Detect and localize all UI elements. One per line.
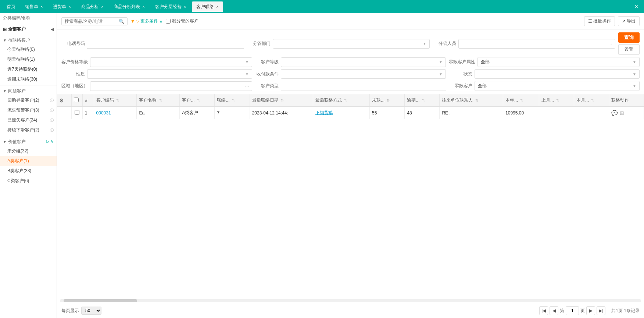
- col-not-contact[interactable]: 未联... ⇅: [370, 94, 405, 107]
- phone-input[interactable]: [87, 39, 244, 49]
- col-last-method[interactable]: 最后联络方式 ⇅: [313, 94, 369, 107]
- sidebar-item-overdue[interactable]: 逾期未联络(30): [0, 74, 57, 84]
- message-icon[interactable]: 💬: [611, 110, 618, 116]
- nav-analysis-close[interactable]: ×: [101, 4, 103, 9]
- retail-attr-select[interactable]: 全部 ▼: [477, 57, 640, 67]
- nav-salesorder-close[interactable]: ×: [40, 4, 43, 9]
- customer-code-link[interactable]: 000031: [96, 110, 111, 116]
- sidebar-group-problem[interactable]: ▼ 问题客户: [0, 86, 57, 95]
- row-contacts2: RE .: [440, 107, 503, 119]
- nav-analysis-list-close[interactable]: ×: [142, 4, 144, 9]
- retail-value: 全部: [478, 83, 487, 89]
- row-this-month: [574, 107, 609, 119]
- sidebar-all-customers[interactable]: ⊞ 全部客户 ◀: [0, 23, 57, 35]
- col-code[interactable]: 客户编码 ⇅: [94, 94, 137, 107]
- region-label: 区域（地区）: [61, 83, 88, 89]
- info-icon-4: ⓘ: [50, 128, 54, 133]
- sidebar-group-value[interactable]: ▼ 价值客户 ↻ ✎: [0, 137, 57, 146]
- filter-manager: 分管人员 ···: [433, 39, 615, 49]
- my-customers-checkbox[interactable]: [166, 19, 171, 24]
- status-label: 状态: [449, 71, 472, 77]
- nav-purchase[interactable]: 进货单 ×: [49, 1, 75, 12]
- nav-customer-tier[interactable]: 客户分层经营 ×: [151, 1, 190, 12]
- customer-level-select[interactable]: ▼: [281, 57, 446, 67]
- sidebar-item-tomorrow[interactable]: 明天待联络(1): [0, 54, 57, 64]
- payment-select[interactable]: ▼: [281, 69, 446, 79]
- sidebar-item-declining[interactable]: 持续下滑客户(2) ⓘ: [0, 125, 57, 135]
- sidebar-item-ungrouped[interactable]: 未分组(32): [0, 146, 57, 156]
- filter-my-customers[interactable]: 我分管的客户: [166, 18, 198, 24]
- row-index: 1: [83, 107, 94, 119]
- last-page-button[interactable]: ▶|: [597, 306, 605, 315]
- page-size-select[interactable]: 50 100 200: [81, 307, 101, 315]
- horizontal-scrollbar[interactable]: [57, 298, 644, 303]
- col-level[interactable]: 客户... ⇅: [180, 94, 215, 107]
- sidebar-item-7days[interactable]: 近7天待联络(0): [0, 64, 57, 74]
- price-level-select[interactable]: ▼: [90, 57, 252, 67]
- dept-select[interactable]: ▼: [273, 39, 430, 49]
- query-button[interactable]: 查询: [618, 32, 640, 43]
- batch-op-button[interactable]: ☰ 批量操作: [584, 16, 615, 26]
- col-unit-contact[interactable]: 往来单位联系人 ⇅: [440, 94, 503, 107]
- prev-page-button[interactable]: ◀: [550, 306, 558, 315]
- nav-customer-contact-close[interactable]: ×: [216, 4, 218, 9]
- region-select[interactable]: ···: [90, 81, 252, 91]
- filter-more-btn[interactable]: ▼ ▽ 更多条件 ▲: [130, 18, 163, 24]
- sidebar-item-churn-warn[interactable]: 流失预警客户(3) ⓘ: [0, 105, 57, 115]
- edit-value-icon[interactable]: ✎: [50, 139, 54, 144]
- col-year-sale[interactable]: 本年... ⇅: [503, 94, 539, 107]
- refresh-icon[interactable]: ↻: [46, 139, 49, 144]
- row-last-method[interactable]: 下销货单: [313, 107, 369, 119]
- sidebar-item-today[interactable]: 今天待联络(0): [0, 45, 57, 54]
- nature-select[interactable]: ▼: [87, 69, 252, 79]
- nav-home[interactable]: 首页: [3, 1, 19, 12]
- retail-select[interactable]: 全部 ▼: [475, 81, 640, 91]
- customer-type-input[interactable]: [281, 81, 446, 91]
- sidebar-search-input[interactable]: [3, 15, 57, 21]
- nav-analysis[interactable]: 商品分析 ×: [77, 1, 108, 12]
- nav-analysis-list[interactable]: 商品分析列表 ×: [109, 1, 149, 12]
- first-page-button[interactable]: |◀: [539, 306, 548, 315]
- row-code[interactable]: 000031: [94, 107, 137, 119]
- nav-customer-tier-close[interactable]: ×: [184, 4, 186, 9]
- export-button[interactable]: ↗ 导出: [618, 16, 640, 26]
- col-overdue[interactable]: 逾期... ⇅: [405, 94, 440, 107]
- settings-button[interactable]: 设置: [618, 44, 640, 55]
- filter-status: 状态 ▼: [449, 69, 640, 79]
- nav-salesorder[interactable]: 销售单 ×: [21, 1, 47, 12]
- sidebar-item-c-class[interactable]: C类客户(6): [0, 176, 57, 186]
- row-checkbox[interactable]: [75, 110, 79, 115]
- scrollbar-thumb[interactable]: [64, 299, 137, 302]
- col-name[interactable]: 客户名称 ⇅: [137, 94, 180, 107]
- col-last-month[interactable]: 上月... ⇅: [539, 94, 574, 107]
- nav-customer-contact[interactable]: 客户联络 ×: [192, 1, 223, 12]
- col-this-month[interactable]: 本月... ⇅: [574, 94, 609, 107]
- advanced-filter: 电话号码 分管部门 ▼ 分管人员 ···: [57, 29, 644, 94]
- manager-select[interactable]: ···: [458, 39, 615, 49]
- column-settings-button[interactable]: ⚙: [59, 98, 64, 103]
- last-method-link[interactable]: 下销货单: [315, 110, 333, 115]
- col-contacts[interactable]: 联络... ⇅: [215, 94, 250, 107]
- next-page-button[interactable]: ▶: [586, 306, 595, 315]
- sidebar-item-a-class[interactable]: A类客户(1): [0, 156, 57, 166]
- filter-search-box[interactable]: 🔍: [61, 17, 128, 25]
- status-select[interactable]: ▼: [475, 69, 640, 79]
- sidebar-item-lost[interactable]: 已流失客户(24) ⓘ: [0, 115, 57, 125]
- filter-search-icon[interactable]: 🔍: [119, 19, 124, 24]
- sidebar-collapse-icon[interactable]: ◀: [51, 27, 54, 31]
- export-label: 导出: [627, 18, 636, 24]
- col-last-date[interactable]: 最后联络日期 ⇅: [250, 94, 313, 107]
- filter-search-input[interactable]: [65, 19, 119, 24]
- qr-icon[interactable]: ⊞: [620, 110, 624, 116]
- grid-icon: ⊞: [3, 27, 7, 32]
- nav-purchase-close[interactable]: ×: [68, 4, 71, 9]
- table-footer: 每页显示 50 100 200 |◀ ◀ 第 页 ▶ ▶| 共1页 1条记录: [57, 303, 644, 318]
- sort-overdue-icon: ⇅: [422, 98, 425, 102]
- filter-funnel-icon: ▼: [130, 19, 135, 24]
- main-close-button[interactable]: ×: [632, 3, 641, 10]
- sidebar-item-b-class[interactable]: B类客户(33): [0, 166, 57, 176]
- sidebar-group-pending[interactable]: ▼ 待联络客户: [0, 35, 57, 45]
- sidebar-item-abnormal[interactable]: 回购异常客户(2) ⓘ: [0, 95, 57, 105]
- page-number-input[interactable]: [566, 306, 579, 315]
- select-all-checkbox[interactable]: [74, 98, 79, 102]
